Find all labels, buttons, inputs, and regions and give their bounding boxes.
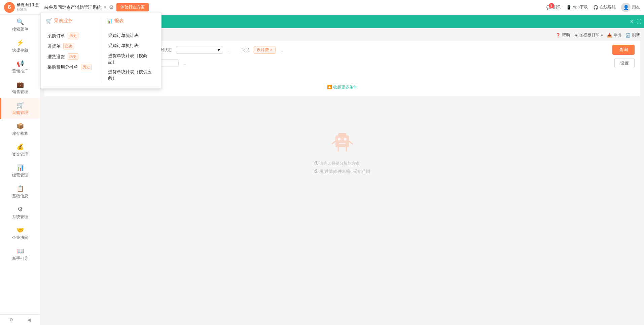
inbound-order-history[interactable]: 历史 bbox=[63, 43, 74, 49]
empty-state: ① 请先选择要分析的方案 ② 用[过滤]条件来缩小分析范围 bbox=[44, 100, 640, 202]
sidebar-label-base: 基础信息 bbox=[12, 193, 28, 199]
logo-area: 6 畅捷通好生意 标准版 bbox=[4, 2, 44, 13]
app-download-item[interactable]: 📱 App下载 bbox=[566, 4, 588, 10]
sidebar-item-sales[interactable]: 💼 销售管理 bbox=[0, 77, 40, 98]
sidebar-item-finance[interactable]: 💰 资金管理 bbox=[0, 140, 40, 161]
goods-tag-close[interactable]: × bbox=[270, 47, 273, 52]
svg-line-7 bbox=[349, 141, 352, 144]
main-layout: 🔍 搜索菜单 ⚡ 快捷导航 📢 营销推广 💼 销售管理 🛒 采购管理 📦 库存核… bbox=[0, 15, 644, 325]
headset-icon: 🎧 bbox=[593, 5, 598, 10]
sidebar-item-operation[interactable]: 📊 经营管理 bbox=[0, 161, 40, 181]
content-area: 首页 销售排行榜 × ✕ ⛶ ❓ 帮助 bbox=[40, 15, 644, 325]
title-dropdown-icon[interactable]: ▾ bbox=[104, 5, 106, 10]
salesman-dots: ... bbox=[183, 61, 186, 66]
settings-icon[interactable]: ⚙ bbox=[109, 4, 114, 10]
empty-tip-2: ② 用[过滤]条件来缩小分析范围 bbox=[314, 167, 370, 175]
avatar: 👤 bbox=[621, 3, 631, 12]
query-btn-area: 查询 bbox=[612, 45, 635, 55]
sidebar-item-guide[interactable]: 📖 新手引导 bbox=[0, 244, 40, 265]
empty-tip-1: ① 请先选择要分析的方案 bbox=[314, 159, 370, 167]
window-close-icon[interactable]: ✕ bbox=[630, 19, 634, 24]
print-icon: 🖨 bbox=[574, 33, 578, 38]
svg-rect-0 bbox=[335, 135, 349, 147]
svg-point-3 bbox=[338, 138, 341, 140]
dropdown-inbound-stat-goods[interactable]: 进货单统计表（按商品） bbox=[107, 51, 156, 67]
export-item[interactable]: 📤 导出 bbox=[607, 32, 621, 38]
msg-badge: 💬 9 bbox=[546, 5, 551, 10]
goods-tag: 设计费 × bbox=[254, 46, 276, 54]
dropdown-inbound-return[interactable]: 进货退货 历史 bbox=[46, 51, 96, 62]
print-item[interactable]: 🖨 按模板打印 ▾ bbox=[574, 32, 603, 38]
sidebar-label-cooperate: 企业协同 bbox=[12, 235, 28, 241]
message-item[interactable]: 💬 9 消息 bbox=[546, 4, 561, 10]
header-right: 💬 9 消息 📱 App下载 🎧 在线客服 👤 用友 bbox=[546, 3, 640, 12]
logo-text: 畅捷通好生意 bbox=[17, 2, 39, 7]
sales-icon: 💼 bbox=[16, 81, 24, 88]
online-service-item[interactable]: 🎧 在线客服 bbox=[593, 4, 616, 10]
query-btn[interactable]: 查询 bbox=[612, 45, 635, 55]
sidebar-item-cooperate[interactable]: 🤝 企业协同 bbox=[0, 223, 40, 244]
logo-icon: 6 bbox=[4, 2, 15, 13]
inbound-return-history[interactable]: 历史 bbox=[68, 53, 78, 60]
msg-count: 9 bbox=[549, 3, 554, 8]
sidebar: 🔍 搜索菜单 ⚡ 快捷导航 📢 营销推广 💼 销售管理 🛒 采购管理 📦 库存核… bbox=[0, 15, 40, 325]
sidebar-item-base[interactable]: 📋 基础信息 bbox=[0, 181, 40, 202]
quick-icon: ⚡ bbox=[16, 39, 24, 46]
sidebar-item-inventory[interactable]: 📦 库存核算 bbox=[0, 119, 40, 140]
industry-btn[interactable]: 体验行业方案 bbox=[116, 3, 149, 11]
collapse-icon: 🔼 bbox=[327, 85, 332, 89]
print-dropdown-icon: ▾ bbox=[601, 33, 603, 38]
sidebar-item-system[interactable]: ⚙ 系统管理 bbox=[0, 202, 40, 223]
goods-dots: ... bbox=[280, 47, 283, 52]
dropdown-purchase-section: 🛒 采购业务 采购订单 历史 进货单 历史 进货退货 历史 bbox=[46, 28, 96, 83]
sidebar-collapse-icon[interactable]: ◀ bbox=[27, 317, 31, 322]
system-icon: ⚙ bbox=[17, 206, 23, 213]
dropdown-inbound-order[interactable]: 进货单 历史 bbox=[46, 41, 96, 51]
operation-icon: 📊 bbox=[16, 164, 24, 171]
sidebar-label-inventory: 库存核算 bbox=[12, 131, 28, 136]
svg-rect-5 bbox=[339, 143, 346, 144]
dropdown-purchase-order[interactable]: 采购订单 历史 bbox=[46, 31, 96, 41]
sidebar-item-marketing[interactable]: 📢 营销推广 bbox=[0, 56, 40, 77]
search-icon: 🔍 bbox=[16, 18, 24, 26]
sidebar-label-purchase: 采购管理 bbox=[12, 110, 28, 116]
settings-btn-area: 设置 bbox=[614, 58, 635, 68]
sidebar-item-quick[interactable]: ⚡ 快捷导航 bbox=[0, 36, 40, 56]
sidebar-item-search[interactable]: 🔍 搜索菜单 bbox=[0, 15, 40, 36]
sidebar-label-operation: 经营管理 bbox=[12, 172, 28, 178]
help-label: 帮助 bbox=[562, 32, 570, 38]
guide-icon: 📖 bbox=[16, 247, 24, 255]
order-status-dropdown-icon: ▾ bbox=[218, 47, 220, 52]
sidebar-label-quick: 快捷导航 bbox=[12, 47, 28, 53]
system-title: 装备及固定资产辅助管理系统 bbox=[44, 4, 101, 10]
goods-label: 商品 bbox=[242, 47, 250, 53]
service-label: 在线客服 bbox=[600, 4, 616, 10]
app-label: App下载 bbox=[573, 4, 588, 10]
sidebar-settings-icon[interactable]: ⚙ bbox=[9, 317, 13, 322]
purchase-expense-history[interactable]: 历史 bbox=[81, 64, 92, 70]
phone-icon: 📱 bbox=[566, 5, 571, 10]
order-status-placeholder bbox=[179, 47, 216, 52]
dropdown-purchase-expense[interactable]: 采购费用分摊单 历史 bbox=[46, 62, 96, 72]
refresh-icon: 🔄 bbox=[625, 33, 631, 38]
order-status-input[interactable]: ▾ bbox=[176, 46, 223, 54]
window-maximize-icon[interactable]: ⛶ bbox=[637, 19, 641, 24]
page-content: ❓ 帮助 🖨 按模板打印 ▾ 📤 导出 🔄 刷新 bbox=[40, 28, 644, 325]
sidebar-label-system: 系统管理 bbox=[12, 214, 28, 220]
sidebar-bottom: ⚙ ◀ bbox=[0, 314, 40, 325]
refresh-item[interactable]: 🔄 刷新 bbox=[625, 32, 640, 38]
dropdown-inbound-stat-supplier[interactable]: 进货单统计表（按供应商） bbox=[107, 67, 156, 83]
empty-tips: ① 请先选择要分析的方案 ② 用[过滤]条件来缩小分析范围 bbox=[314, 159, 370, 175]
dropdown-purchase-order-exec[interactable]: 采购订单执行表 bbox=[107, 41, 156, 51]
sidebar-item-purchase[interactable]: 🛒 采购管理 bbox=[0, 98, 40, 119]
dropdown-purchase-order-stat[interactable]: 采购订单统计表 bbox=[107, 31, 156, 41]
help-item[interactable]: ❓ 帮助 bbox=[556, 32, 570, 38]
sidebar-label-guide: 新手引导 bbox=[12, 256, 28, 261]
settings-btn[interactable]: 设置 bbox=[614, 58, 635, 68]
dropdown-report-section: 📊 报表 采购订单统计表 采购订单执行表 进货单统计表（按商品） 进货单统计表（… bbox=[107, 28, 156, 83]
purchase-order-history[interactable]: 历史 bbox=[68, 33, 78, 39]
refresh-label: 刷新 bbox=[632, 32, 640, 38]
sidebar-label-finance: 资金管理 bbox=[12, 152, 28, 157]
order-status-dots: ... bbox=[227, 47, 231, 52]
user-item[interactable]: 👤 用友 bbox=[621, 3, 640, 12]
